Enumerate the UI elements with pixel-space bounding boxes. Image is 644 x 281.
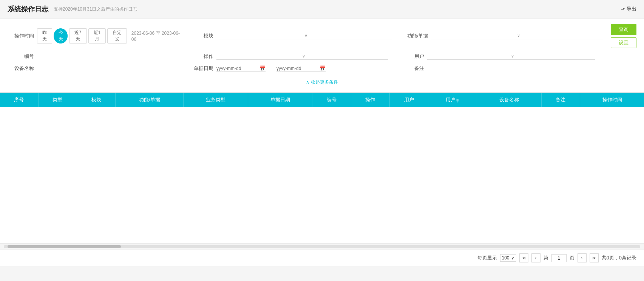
number-dash: — (107, 54, 112, 59)
device-filter-group: 设备名称 (8, 65, 181, 72)
filter-area: 操作时间 昨天 今天 近7天 近1月 自定义 2023-06-06 至 2023… (0, 19, 644, 93)
table-header-row: 序号 类型 模块 功能/单据 业务类型 单据日期 编号 操作 用户 用户ip 设… (0, 93, 644, 107)
page-size-select[interactable]: 100 ∨ (500, 254, 516, 262)
page-number-input[interactable] (551, 254, 567, 262)
per-page-label: 每页显示 (477, 255, 497, 261)
user-chevron-icon: ∨ (511, 54, 593, 59)
calendar-to-icon[interactable]: 📅 (319, 65, 326, 71)
action-buttons: 查询 设置 (611, 24, 636, 48)
page-size-value: 100 (502, 255, 510, 261)
col-operation: 操作 (351, 93, 389, 107)
col-biz-type: 业务类型 (184, 93, 248, 107)
remark-input[interactable] (427, 65, 595, 72)
operation-select[interactable]: ∨ (216, 53, 388, 60)
prev-page-button[interactable]: ‹ (531, 253, 541, 262)
total-info: 共0页，0条记录 (602, 255, 636, 261)
user-select[interactable]: ∨ (427, 53, 595, 60)
scrollbar-track[interactable] (4, 245, 640, 248)
pagination-bar: 每页显示 100 ∨ ⊲ ‹ 第 页 › ⊳ 共0页，0条记录 (0, 249, 644, 266)
col-index: 序号 (0, 93, 38, 107)
number-to-input[interactable] (115, 53, 182, 60)
module-select[interactable]: ∨ (216, 33, 392, 39)
scrollbar-area (0, 243, 644, 249)
time-range-text: 2023-06-06 至 2023-06-06 (131, 30, 181, 42)
function-chevron-icon: ∨ (517, 33, 602, 38)
calendar-from-icon[interactable]: 📅 (259, 65, 266, 71)
col-number: 编号 (312, 93, 351, 107)
page-label: 第 (544, 255, 548, 261)
date-dash: — (269, 66, 273, 71)
collapse-icon: ∧ (306, 79, 309, 85)
time-btn-custom[interactable]: 自定义 (107, 28, 127, 43)
operation-filter-col: 操作 ∨ (189, 53, 388, 60)
collapse-label: 收起更多条件 (311, 79, 338, 85)
operation-label: 操作 (189, 53, 213, 60)
next-page-button[interactable]: › (578, 253, 587, 262)
device-input[interactable] (37, 65, 181, 72)
module-filter-col: 模块 ∨ (189, 33, 392, 39)
time-btn-7days[interactable]: 近7天 (69, 28, 87, 43)
time-filter-label: 操作时间 (8, 33, 34, 39)
time-btn-today[interactable]: 今天 (54, 28, 67, 43)
filter-row-1: 操作时间 昨天 今天 近7天 近1月 自定义 2023-06-06 至 2023… (8, 24, 636, 48)
last-page-button[interactable]: ⊳ (590, 253, 599, 262)
page-unit: 页 (570, 255, 575, 261)
scrollbar-thumb[interactable] (8, 245, 121, 248)
function-select[interactable]: ∨ (431, 33, 604, 39)
col-op-time: 操作时间 (580, 93, 644, 107)
remark-filter-col: 备注 (396, 65, 595, 72)
table-area: 序号 类型 模块 功能/单据 业务类型 单据日期 编号 操作 用户 用户ip 设… (0, 93, 644, 243)
table-empty-area (0, 107, 644, 243)
number-label: 编号 (8, 53, 34, 60)
function-label: 功能/单据 (400, 33, 428, 39)
export-icon: ⬏ (621, 6, 625, 12)
col-user: 用户 (390, 93, 428, 107)
page-subtitle: 支持2020年10月31日之后产生的操作日志 (54, 6, 137, 12)
time-btn-1month[interactable]: 近1月 (88, 28, 106, 43)
voucher-date-filter-col: 单据日期 📅 — 📅 (189, 65, 388, 72)
col-user-ip: 用户ip (428, 93, 477, 107)
export-button[interactable]: ⬏ 导出 (621, 6, 636, 12)
number-filter-group: 编号 — (8, 53, 181, 60)
page-title: 系统操作日志 (8, 5, 48, 14)
time-btn-yesterday[interactable]: 昨天 (37, 28, 52, 43)
query-button[interactable]: 查询 (611, 24, 636, 35)
function-filter-col: 功能/单据 ∨ (400, 33, 604, 39)
operation-chevron-icon: ∨ (302, 54, 386, 59)
voucher-date-label: 单据日期 (189, 65, 213, 72)
col-module: 模块 (77, 93, 115, 107)
user-label: 用户 (396, 53, 424, 60)
time-buttons: 昨天 今天 近7天 近1月 自定义 2023-06-06 至 2023-06-0… (37, 28, 181, 43)
date-from-input[interactable] (216, 66, 258, 71)
module-label: 模块 (189, 33, 213, 39)
remark-label: 备注 (396, 65, 424, 72)
user-filter-col: 用户 ∨ (396, 53, 595, 60)
settings-button[interactable]: 设置 (611, 37, 636, 48)
col-function: 功能/单据 (116, 93, 184, 107)
collapse-bar[interactable]: ∧ 收起更多条件 (8, 77, 636, 89)
page-header: 系统操作日志 支持2020年10月31日之后产生的操作日志 ⬏ 导出 (0, 0, 644, 19)
col-remark: 备注 (541, 93, 580, 107)
date-to-input[interactable] (276, 66, 318, 71)
export-label: 导出 (627, 6, 636, 12)
table-header: 序号 类型 模块 功能/单据 业务类型 单据日期 编号 操作 用户 用户ip 设… (0, 93, 644, 107)
col-voucher-date: 单据日期 (248, 93, 312, 107)
device-label: 设备名称 (8, 65, 34, 72)
data-table: 序号 类型 模块 功能/单据 业务类型 单据日期 编号 操作 用户 用户ip 设… (0, 93, 644, 107)
number-from-input[interactable] (37, 53, 104, 60)
col-type: 类型 (38, 93, 77, 107)
filter-row-3: 设备名称 单据日期 📅 — 📅 备注 (8, 65, 636, 72)
number-range: — (37, 53, 181, 60)
page-size-chevron-icon: ∨ (511, 255, 514, 261)
module-chevron-icon: ∨ (304, 33, 391, 38)
col-device: 设备名称 (477, 93, 542, 107)
first-page-button[interactable]: ⊲ (519, 253, 528, 262)
time-filter-group: 操作时间 昨天 今天 近7天 近1月 自定义 2023-06-06 至 2023… (8, 28, 181, 43)
date-from-wrap: 📅 (216, 65, 266, 72)
date-to-wrap: 📅 (276, 65, 326, 72)
filter-row-2: 编号 — 操作 ∨ 用户 ∨ (8, 53, 636, 60)
